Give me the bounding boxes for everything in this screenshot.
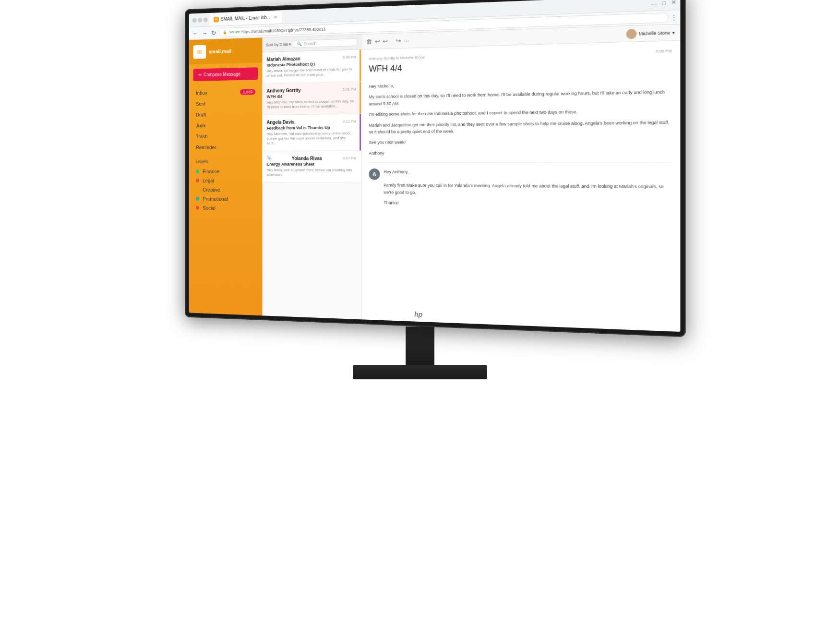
- promotional-dot: [196, 197, 199, 201]
- preview-2: Hey Michelle, my son's school is closed …: [267, 99, 357, 110]
- email-item-4[interactable]: 📎 Yolanda Rivas 3:47 PM Energy Awareness…: [263, 151, 361, 183]
- reply-para-1: Family first! Make sure you call in for …: [384, 182, 672, 198]
- email-item-1[interactable]: Mariah Almazan 5:06 PM Indonesia Photosh…: [263, 49, 361, 84]
- subject-1: Indonesia Photoshoot Q1: [267, 60, 357, 67]
- social-label: Social: [203, 205, 216, 211]
- secure-label: Secure: [229, 30, 240, 34]
- minimize-window[interactable]: —: [651, 0, 657, 6]
- email-header-4: 📎 Yolanda Rivas 3:47 PM: [267, 156, 357, 161]
- sidebar: ✉ smail.mail ✏ Compose Message Inbox 1,9…: [189, 37, 263, 315]
- search-placeholder: Search: [304, 41, 317, 46]
- reply-body: Family first! Make sure you call in for …: [384, 182, 672, 209]
- sent-label: Sent: [196, 101, 205, 107]
- priority-indicator-3: [360, 114, 361, 150]
- svg-text:hp: hp: [414, 311, 422, 318]
- finance-label: Finance: [203, 169, 219, 174]
- reply-info: Hey Anthony,: [384, 169, 408, 179]
- delete-icon[interactable]: 🗑: [366, 38, 372, 45]
- email-item-3[interactable]: Angela Davis 4:12 PM Feedback from Val i…: [263, 114, 361, 151]
- creative-dot: [196, 188, 199, 192]
- email-content: 🗑 ↩ ↩ ↪ ···: [361, 24, 680, 332]
- tab-close-icon[interactable]: ✕: [274, 14, 277, 20]
- reply-para-2: Thanks!: [384, 199, 672, 209]
- sort-chevron-icon: ▾: [289, 42, 291, 47]
- compose-button[interactable]: ✏ Compose Message: [193, 67, 258, 81]
- sidebar-item-trash[interactable]: Trash: [189, 131, 263, 142]
- compose-label: Compose Message: [204, 72, 240, 77]
- social-dot: [196, 206, 199, 210]
- time-4: 3:47 PM: [343, 156, 357, 160]
- time-2: 5:01 PM: [343, 87, 357, 91]
- label-promotional[interactable]: Promotional: [196, 194, 255, 204]
- inbox-badge: 1,939: [240, 89, 255, 95]
- svg-point-0: [629, 30, 634, 35]
- sender-1: Mariah Almazan: [267, 56, 300, 62]
- user-info[interactable]: Michelle Stone ▾: [626, 27, 675, 39]
- label-social[interactable]: Social: [196, 203, 255, 213]
- compose-icon: ✏: [198, 73, 202, 78]
- maximize-btn[interactable]: [198, 18, 202, 23]
- reply-header: A Hey Anthony,: [369, 169, 672, 181]
- subject-2: WFH 4/4: [267, 93, 357, 99]
- email-list: Sort by Date ▾ 🔍 Search Mariah Almazan: [263, 35, 361, 319]
- monitor-stand-neck: [406, 327, 434, 365]
- monitor-wrapper: ✉ SMAIL.MAIL - Email inb... ✕ — □ ✕ ← → …: [156, 0, 684, 617]
- user-avatar: [626, 28, 637, 39]
- junk-label: Junk: [196, 123, 206, 129]
- label-legal[interactable]: Legal: [196, 176, 255, 185]
- app-container: ✉ smail.mail ✏ Compose Message Inbox 1,9…: [189, 24, 681, 332]
- subject-3: Feedback from Val is Thumbs Up: [267, 125, 357, 130]
- email-from-row: Anthony Gorrity to Michelle Stone WFH 4/…: [369, 48, 672, 77]
- sidebar-item-draft[interactable]: Draft: [189, 109, 263, 121]
- more-options-icon[interactable]: ···: [404, 37, 409, 44]
- close-window[interactable]: ✕: [671, 0, 676, 6]
- maximize-window[interactable]: □: [662, 0, 666, 6]
- email-item-2[interactable]: Anthony Gorrity 5:01 PM WFH 4/4 Hey Mich…: [263, 82, 361, 115]
- reply-para-0: Hey Anthony,: [384, 169, 408, 175]
- trash-label: Trash: [196, 133, 208, 139]
- legal-label: Legal: [203, 178, 214, 183]
- label-creative[interactable]: Creative: [196, 185, 255, 194]
- subject-4: Energy Awareness Sheet: [267, 162, 357, 167]
- minimize-btn[interactable]: [192, 18, 197, 23]
- browser-more-icon[interactable]: ⋮: [671, 13, 677, 21]
- sort-button[interactable]: Sort by Date ▾: [266, 42, 291, 47]
- sidebar-item-inbox[interactable]: Inbox 1,939: [189, 86, 263, 98]
- label-finance[interactable]: Finance: [196, 167, 255, 176]
- email-time-detail: 5:06 PM: [656, 48, 672, 55]
- promotional-label: Promotional: [203, 196, 228, 202]
- search-bar[interactable]: 🔍 Search: [294, 38, 357, 48]
- tab-title: SMAIL.MAIL - Email inb...: [221, 15, 271, 22]
- nav-items: Inbox 1,939 Sent Draft Junk: [189, 85, 263, 155]
- forward-button[interactable]: →: [201, 28, 209, 37]
- email-main: Anthony Gorrity to Michelle Stone WFH 4/…: [361, 41, 680, 332]
- sidebar-item-junk[interactable]: Junk: [189, 120, 263, 131]
- monitor-bezel: ✉ SMAIL.MAIL - Email inb... ✕ — □ ✕ ← → …: [185, 0, 686, 337]
- search-icon: 🔍: [297, 41, 302, 46]
- body-para-0: Hey Michelle,: [369, 77, 672, 90]
- secure-icon: 🔒: [223, 30, 227, 35]
- labels-title: Labels: [196, 159, 255, 164]
- preview-1: Hey team, we've got the first round of s…: [267, 67, 357, 78]
- user-name: Michelle Stone: [639, 30, 670, 36]
- browser-tab[interactable]: ✉ SMAIL.MAIL - Email inb... ✕: [209, 11, 282, 25]
- sidebar-item-reminder[interactable]: Reminder: [189, 142, 263, 153]
- sidebar-item-sent[interactable]: Sent: [189, 97, 263, 109]
- body-para-4: See you next week!: [369, 137, 672, 146]
- undo-icon[interactable]: ↩: [383, 37, 388, 45]
- sender-4: Yolanda Rivas: [292, 156, 322, 161]
- user-dropdown-icon[interactable]: ▾: [672, 30, 675, 35]
- email-thread-title: WFH 4/4: [369, 61, 425, 76]
- window-controls: [192, 17, 208, 23]
- body-para-2: I'm editing some shots for the new Indon…: [369, 107, 672, 118]
- sender-3: Angela Davis: [267, 119, 295, 124]
- back-button[interactable]: ←: [192, 28, 199, 37]
- reload-button[interactable]: ↻: [210, 28, 217, 37]
- draft-label: Draft: [196, 112, 206, 118]
- reply-icon[interactable]: ↩: [375, 38, 380, 45]
- email-header-3: Angela Davis 4:12 PM: [267, 119, 357, 125]
- redo-icon[interactable]: ↪: [396, 37, 401, 44]
- email-from-info: Anthony Gorrity to Michelle Stone WFH 4/…: [369, 55, 425, 78]
- close-btn[interactable]: [204, 17, 208, 22]
- logo-section: ✉ smail.mail: [189, 37, 263, 64]
